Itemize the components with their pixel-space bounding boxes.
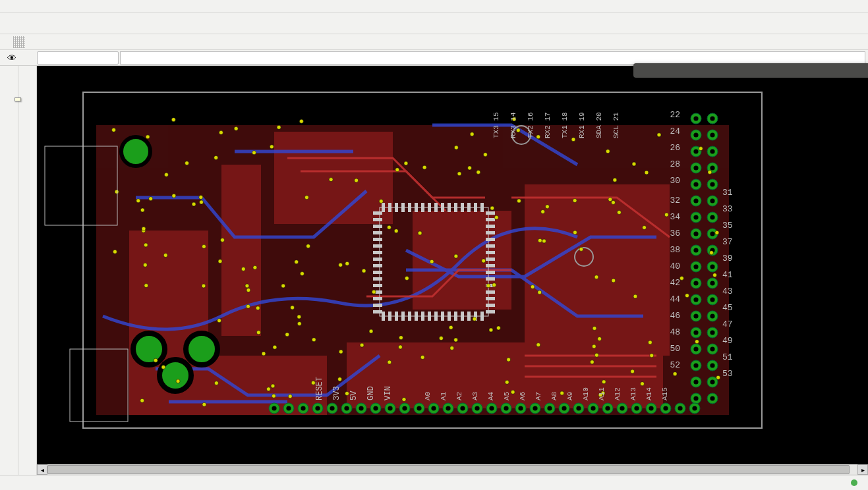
svg-point-346: [270, 145, 274, 149]
menu-view[interactable]: [43, 5, 57, 8]
menu-draw[interactable]: [30, 5, 43, 8]
scrollbar-track[interactable]: [47, 465, 857, 474]
svg-point-99: [402, 406, 407, 410]
svg-rect-161: [486, 231, 495, 234]
svg-point-306: [592, 344, 596, 348]
svg-text:TX1 18: TX1 18: [561, 112, 569, 138]
svg-rect-163: [408, 312, 411, 321]
svg-text:A0: A0: [424, 392, 432, 400]
svg-text:36: 36: [670, 229, 680, 238]
svg-text:41: 41: [722, 270, 733, 280]
svg-point-39: [710, 231, 714, 236]
svg-point-121: [562, 406, 566, 410]
svg-point-19: [710, 149, 714, 153]
grid-row: [0, 34, 868, 50]
svg-point-241: [709, 251, 713, 255]
svg-point-55: [710, 297, 714, 302]
workspace: RESET3V35VGNDVIN A0A1A2A3A4A5A6A7A8A9A10…: [0, 66, 868, 475]
svg-point-246: [387, 225, 391, 229]
svg-text:A14: A14: [645, 387, 653, 400]
svg-point-140: [121, 137, 150, 166]
grid-icon[interactable]: [13, 36, 25, 48]
pcb-canvas[interactable]: RESET3V35VGNDVIN A0A1A2A3A4A5A6A7A8A9A10…: [37, 66, 868, 475]
svg-rect-174: [428, 203, 431, 212]
menu-window[interactable]: [96, 5, 109, 8]
svg-point-364: [161, 365, 165, 369]
display-eye-icon[interactable]: 👁: [3, 53, 21, 63]
svg-point-119: [547, 406, 552, 410]
scroll-right-arrow-icon[interactable]: ▸: [857, 464, 868, 475]
layer-settings-tooltip: [14, 97, 21, 101]
svg-rect-191: [454, 312, 457, 321]
svg-point-348: [699, 147, 703, 151]
svg-point-325: [273, 345, 277, 349]
svg-point-27: [710, 182, 714, 186]
svg-point-335: [545, 205, 549, 209]
svg-rect-209: [486, 310, 495, 313]
svg-point-93: [359, 406, 363, 410]
svg-point-219: [507, 358, 511, 362]
svg-point-265: [680, 276, 683, 280]
svg-point-251: [163, 254, 167, 258]
svg-point-229: [277, 125, 281, 129]
svg-rect-198: [467, 203, 471, 212]
svg-point-278: [113, 250, 117, 254]
svg-point-11: [710, 116, 714, 121]
svg-text:42: 42: [670, 278, 680, 288]
svg-point-274: [496, 326, 500, 330]
svg-point-261: [602, 380, 606, 384]
svg-point-223: [439, 337, 443, 340]
svg-point-266: [606, 150, 610, 153]
svg-point-233: [146, 135, 150, 139]
svg-point-237: [685, 294, 689, 298]
svg-rect-157: [486, 225, 495, 228]
menu-options[interactable]: [83, 5, 96, 8]
svg-point-296: [234, 126, 238, 130]
svg-point-113: [504, 406, 508, 410]
svg-text:40: 40: [670, 261, 680, 271]
svg-text:A11: A11: [598, 387, 606, 400]
menu-library[interactable]: [70, 5, 83, 8]
menu-help[interactable]: [109, 5, 123, 8]
horizontal-scrollbar[interactable]: ◂ ▸: [37, 464, 868, 475]
svg-rect-197: [486, 290, 495, 294]
svg-point-301: [256, 331, 260, 335]
svg-point-287: [199, 200, 203, 204]
svg-point-79: [710, 396, 714, 400]
svg-point-290: [355, 178, 359, 182]
svg-point-29: [693, 198, 698, 203]
status-led-icon: [851, 479, 857, 486]
svg-point-285: [633, 294, 637, 298]
svg-point-216: [560, 391, 564, 395]
svg-point-235: [643, 226, 647, 230]
svg-point-69: [693, 363, 698, 368]
svg-point-231: [511, 390, 515, 394]
svg-point-343: [199, 196, 203, 200]
svg-point-15: [710, 132, 714, 137]
svg-point-326: [115, 190, 119, 194]
svg-rect-206: [480, 203, 484, 212]
svg-point-330: [142, 227, 146, 231]
statusbar: [0, 475, 868, 490]
svg-point-369: [640, 382, 644, 386]
menu-tools[interactable]: [57, 5, 70, 8]
menu-edit[interactable]: [17, 5, 30, 8]
menu-file[interactable]: [4, 5, 17, 8]
svg-point-259: [154, 358, 158, 362]
svg-point-107: [460, 406, 465, 410]
svg-point-13: [693, 132, 698, 137]
svg-point-340: [673, 372, 677, 376]
svg-text:RX1 19: RX1 19: [578, 112, 586, 138]
svg-point-308: [338, 377, 342, 381]
scroll-left-arrow-icon[interactable]: ◂: [37, 464, 47, 475]
command-input[interactable]: [120, 51, 865, 65]
menubar: [0, 0, 868, 13]
svg-point-228: [312, 338, 316, 342]
svg-point-41: [693, 248, 698, 252]
svg-rect-201: [486, 297, 495, 300]
scrollbar-thumb[interactable]: [47, 465, 850, 474]
svg-point-267: [593, 326, 596, 330]
svg-text:53: 53: [722, 369, 733, 379]
svg-rect-182: [441, 203, 444, 212]
svg-point-273: [422, 165, 426, 169]
